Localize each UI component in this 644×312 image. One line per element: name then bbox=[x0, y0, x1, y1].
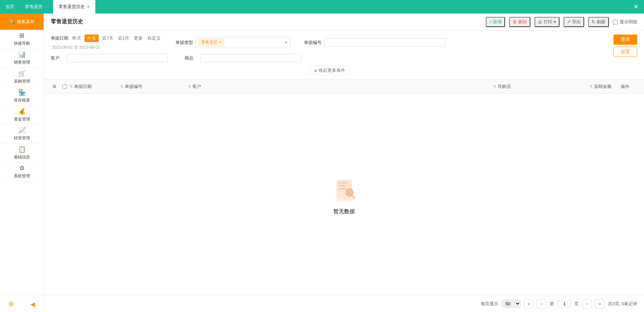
bill-type-tag: 零售退货 ✕ bbox=[199, 39, 224, 46]
new-button[interactable]: + 新增 bbox=[486, 17, 505, 27]
sidebar-item-basic-info-label: 基础信息 bbox=[14, 154, 30, 160]
date-more[interactable]: 更多 bbox=[133, 35, 144, 42]
next-page-button[interactable]: › bbox=[582, 299, 592, 309]
filter-area: 单据日期 昨天 今天 近7天 近1月 更多 自定义 202 bbox=[44, 30, 644, 80]
tab-home-label: 首页 bbox=[5, 4, 14, 10]
collapse-sidebar-icon[interactable]: ◀ bbox=[30, 300, 35, 308]
empty-text: 暂无数据 bbox=[333, 208, 355, 215]
bill-type-select[interactable]: 零售退货 ✕ ▾ bbox=[196, 37, 290, 48]
sidebar-item-finance[interactable]: 💰 资金管理 bbox=[0, 106, 44, 125]
bill-number-input[interactable] bbox=[324, 38, 446, 47]
filter-settings-button[interactable]: 设置 bbox=[614, 47, 637, 57]
th-op-label: 操作 bbox=[621, 84, 629, 90]
goods-input[interactable] bbox=[200, 54, 302, 62]
delete-button[interactable]: 🗑 删除 bbox=[509, 17, 530, 27]
bill-type-tag-value: 零售退货 bbox=[201, 40, 217, 45]
operations-icon: 📈 bbox=[18, 127, 26, 134]
th-guide-label: 导购员 bbox=[498, 84, 511, 90]
purchase-icon: 🛒 bbox=[18, 70, 26, 77]
sidebar-bottom: ⚙ ◀ bbox=[0, 296, 44, 312]
home-icon: ⊞ bbox=[19, 32, 24, 39]
th-date[interactable]: ⇅ 单据日期 bbox=[70, 84, 120, 90]
sidebar-item-system[interactable]: ⚙ 系统管理 bbox=[0, 162, 44, 181]
svg-rect-3 bbox=[338, 185, 345, 186]
refresh-button[interactable]: ↻ 刷新 bbox=[588, 17, 609, 27]
tab-retail-return[interactable]: 零售退货 ✕ bbox=[20, 0, 53, 14]
sidebar-item-sales-mgmt-label: 销售管理 bbox=[14, 60, 30, 65]
select-all-checkbox[interactable] bbox=[63, 84, 67, 89]
show-detail-checkbox[interactable] bbox=[613, 20, 618, 24]
th-setting[interactable]: ⚙ bbox=[49, 84, 59, 89]
sidebar-item-sales-mgmt[interactable]: 📊 销售管理 bbox=[0, 49, 44, 68]
bill-type-tag-close[interactable]: ✕ bbox=[219, 40, 222, 45]
bill-type-filter-label: 单据类型 bbox=[175, 40, 193, 46]
svg-rect-4 bbox=[338, 188, 347, 190]
th-bill-no[interactable]: ⇅ 单据编号 bbox=[120, 84, 188, 90]
tab-retail-return-history[interactable]: 零售退货历史 ✕ bbox=[53, 0, 95, 14]
sort-customer-icon: ⇅ bbox=[188, 84, 191, 89]
th-checkbox[interactable] bbox=[59, 84, 70, 89]
customer-input[interactable] bbox=[66, 54, 168, 62]
export-button[interactable]: ↗ 导出 bbox=[564, 17, 584, 27]
sidebar-item-finance-label: 资金管理 bbox=[14, 116, 30, 122]
th-customer[interactable]: ⇅ 客户 bbox=[188, 84, 493, 90]
date-today[interactable]: 今天 bbox=[85, 35, 99, 42]
collapse-label: 收起更多条件 bbox=[319, 67, 345, 73]
date-filter-label: 单据日期 bbox=[51, 35, 68, 41]
header-actions: + 新增 🗑 删除 🖨 打印 ▾ ↗ 导出 ↻ 刷新 bbox=[486, 17, 637, 27]
search-menu-label: 搜索菜单 bbox=[17, 19, 34, 25]
date-options: 昨天 今天 近7天 近1月 更多 自定义 bbox=[71, 35, 162, 42]
date-range-display: 2023-06-02 至 2023-06-02 bbox=[52, 45, 100, 50]
export-button-label: 导出 bbox=[572, 19, 581, 25]
page-number-input[interactable] bbox=[557, 300, 571, 307]
delete-icon: 🗑 bbox=[512, 19, 517, 24]
tab-home[interactable]: 首页 bbox=[0, 0, 20, 14]
filter-row-1: 单据日期 昨天 今天 近7天 近1月 更多 自定义 202 bbox=[51, 35, 608, 50]
sidebar-item-quick-nav[interactable]: ⊞ 快捷导航 bbox=[0, 30, 44, 49]
th-op: 操作 bbox=[612, 84, 639, 90]
sort-bill-icon: ⇅ bbox=[120, 84, 123, 89]
date-7days[interactable]: 近7天 bbox=[101, 35, 115, 42]
th-bill-no-label: 单据编号 bbox=[125, 84, 142, 90]
print-button-label: 打印 bbox=[544, 19, 552, 25]
show-detail-area[interactable]: 显示明细 bbox=[613, 19, 637, 25]
collapse-up-icon: ∧ bbox=[314, 68, 317, 73]
pagination: 每页显示 50 10 20 100 « ‹ 第 页 › » 共0页, 0条记录 bbox=[44, 295, 644, 312]
filter-main: 单据日期 昨天 今天 近7天 近1月 更多 自定义 202 bbox=[51, 35, 608, 75]
collapse-button[interactable]: ∧ 收起更多条件 bbox=[310, 66, 350, 75]
sidebar-item-inventory[interactable]: 🏪 库存核算 bbox=[0, 87, 44, 106]
prev-page-button[interactable]: ‹ bbox=[537, 299, 546, 309]
query-settings-panel: 查询 设置 bbox=[614, 35, 637, 57]
new-button-label: + 新增 bbox=[489, 19, 502, 25]
sales-icon: 📊 bbox=[18, 51, 26, 58]
refresh-icon: ↻ bbox=[592, 19, 595, 24]
date-yesterday[interactable]: 昨天 bbox=[71, 35, 82, 42]
query-button[interactable]: 查询 bbox=[614, 35, 637, 45]
sidebar-item-purchase-mgmt[interactable]: 🛒 采购管理 bbox=[0, 68, 44, 87]
tab-retail-return-history-close[interactable]: ✕ bbox=[87, 5, 90, 9]
date-1month[interactable]: 近1月 bbox=[117, 35, 130, 42]
filter-row-2: 客户 商品 bbox=[51, 54, 608, 62]
top-bar: 首页 零售退货 ✕ 零售退货历史 ✕ ✕ bbox=[0, 0, 644, 14]
sidebar-item-operations[interactable]: 📈 经营管理 bbox=[0, 125, 44, 143]
sidebar-item-operations-label: 经营管理 bbox=[14, 135, 30, 141]
customer-filter-label: 客户 bbox=[51, 55, 59, 61]
per-page-select[interactable]: 50 10 20 100 bbox=[502, 300, 521, 308]
sidebar: 🔍 搜索菜单 ⊞ 快捷导航 📊 销售管理 🛒 采购管理 🏪 库存核算 💰 bbox=[0, 14, 44, 312]
first-page-button[interactable]: « bbox=[524, 299, 533, 309]
refresh-button-label: 刷新 bbox=[597, 19, 605, 25]
tab-retail-return-close[interactable]: ✕ bbox=[45, 5, 48, 9]
empty-state: 暂无数据 bbox=[44, 94, 644, 295]
print-button[interactable]: 🖨 打印 ▾ bbox=[534, 17, 559, 27]
th-amount[interactable]: ⇅ 实销金额 bbox=[561, 84, 612, 90]
sidebar-item-basic-info[interactable]: 📋 基础信息 bbox=[0, 143, 44, 162]
window-close-button[interactable]: ✕ bbox=[634, 3, 639, 10]
show-detail-label: 显示明细 bbox=[620, 19, 637, 25]
table-header: ⚙ ⇅ 单据日期 ⇅ 单据编号 ⇅ 客户 ⇅ 导购员 bbox=[44, 80, 644, 94]
search-menu-button[interactable]: 🔍 搜索菜单 bbox=[0, 14, 44, 30]
settings-bottom-icon[interactable]: ⚙ bbox=[8, 300, 14, 308]
basic-info-icon: 📋 bbox=[18, 146, 26, 153]
last-page-button[interactable]: » bbox=[595, 299, 604, 309]
th-guide[interactable]: ⇅ 导购员 bbox=[493, 84, 561, 90]
date-custom[interactable]: 自定义 bbox=[146, 35, 162, 42]
